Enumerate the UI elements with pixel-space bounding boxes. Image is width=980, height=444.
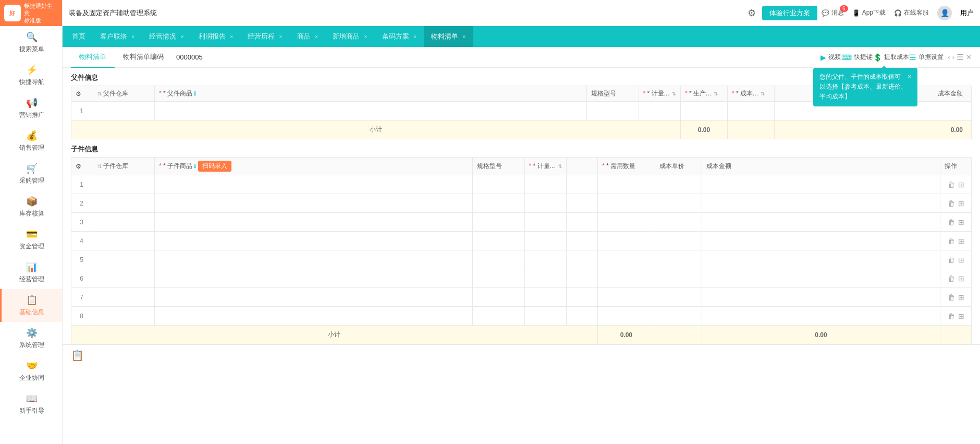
child-spec-cell[interactable]: [472, 288, 524, 307]
sidebar-item-finance[interactable]: 💳 资金管理: [0, 223, 62, 256]
sidebar-item-basic-info[interactable]: 📋 基础信息: [0, 289, 62, 322]
nav-tab-条码方案[interactable]: 条码方案×: [375, 26, 424, 47]
copy-icon[interactable]: ⊞: [958, 274, 964, 283]
delete-icon[interactable]: 🗑: [948, 218, 955, 226]
sidebar-item-guide[interactable]: 📖 新手引导: [0, 388, 62, 421]
nav-tab-close[interactable]: ×: [131, 33, 134, 40]
copy-icon[interactable]: ⊞: [958, 293, 964, 302]
copy-icon[interactable]: ⊞: [958, 256, 964, 264]
child-warehouse-cell[interactable]: [92, 288, 155, 307]
child-needed-cell[interactable]: [597, 194, 655, 213]
delete-icon[interactable]: 🗑: [948, 256, 955, 264]
parent-cost-cell[interactable]: [727, 102, 774, 121]
parent-th-product[interactable]: * * 父件商品 ℹ: [155, 86, 587, 102]
sidebar-item-quick-nav[interactable]: ⚡ 快捷导航: [0, 59, 62, 92]
child-needed-cell[interactable]: [597, 175, 655, 194]
nav-tab-经营情况[interactable]: 经营情况×: [142, 26, 191, 47]
sidebar-item-search[interactable]: 🔍 搜索菜单: [0, 26, 62, 59]
nav-tab-经营历程[interactable]: 经营历程×: [240, 26, 289, 47]
child-needed-cell[interactable]: [597, 288, 655, 307]
child-unitprice-cell[interactable]: [655, 194, 702, 213]
parent-th-unit[interactable]: * * 计量... ⇅: [639, 86, 680, 102]
sidebar-item-enterprise[interactable]: 🤝 企业协同: [0, 355, 62, 388]
sidebar-item-operations[interactable]: 📊 经营管理: [0, 256, 62, 289]
nav-tab-利润报告[interactable]: 利润报告×: [191, 26, 240, 47]
child-th-warehouse[interactable]: ⇅ 子件仓库: [92, 158, 155, 175]
child-unit-cell[interactable]: [524, 250, 566, 269]
child-amount-cell[interactable]: [702, 175, 940, 194]
child-amount-cell[interactable]: [702, 194, 940, 213]
nav-prev-icon[interactable]: ‹: [948, 53, 950, 61]
delete-icon[interactable]: 🗑: [948, 181, 955, 189]
parent-th-gear[interactable]: ⚙: [71, 86, 92, 102]
copy-icon[interactable]: ⊞: [958, 312, 964, 320]
child-unit-cell[interactable]: [524, 213, 566, 232]
child-th-unitprice[interactable]: 成本单价: [655, 158, 702, 175]
message-item[interactable]: 💬 消息 6: [822, 8, 844, 17]
delete-icon[interactable]: 🗑: [948, 312, 955, 320]
parent-th-prod[interactable]: * * 生产... ⇅: [680, 86, 727, 102]
child-unitprice-cell[interactable]: [655, 269, 702, 288]
child-th-needed[interactable]: * * 需用数量: [597, 158, 655, 175]
child-spec-cell[interactable]: [472, 269, 524, 288]
copy-icon[interactable]: ⊞: [958, 237, 964, 245]
child-needed-cell[interactable]: [597, 307, 655, 326]
child-needed-cell[interactable]: [597, 213, 655, 232]
delete-icon[interactable]: 🗑: [948, 293, 955, 302]
delete-icon[interactable]: 🗑: [948, 199, 955, 208]
sidebar-item-marketing[interactable]: 📢 营销推广: [0, 92, 62, 125]
parent-th-cost[interactable]: * * 成本... ⇅: [727, 86, 774, 102]
child-product-cell[interactable]: [155, 213, 473, 232]
child-th-unit[interactable]: * * 计量... ⇅: [524, 158, 566, 175]
sidebar-item-inventory[interactable]: 📦 库存核算: [0, 190, 62, 223]
child-spec-cell[interactable]: [472, 175, 524, 194]
nav-tab-新增商品[interactable]: 新增商品×: [325, 26, 374, 47]
child-amount-cell[interactable]: [702, 250, 940, 269]
sidebar-item-system[interactable]: ⚙️ 系统管理: [0, 322, 62, 355]
sub-tab-code[interactable]: 物料清单编码: [115, 47, 172, 68]
child-unitprice-cell[interactable]: [655, 213, 702, 232]
delete-icon[interactable]: 🗑: [948, 274, 955, 283]
nav-tab-商品[interactable]: 商品×: [290, 26, 325, 47]
user-avatar[interactable]: 👤: [937, 6, 952, 20]
child-warehouse-cell[interactable]: [92, 269, 155, 288]
child-spec-cell[interactable]: [472, 250, 524, 269]
copy-icon[interactable]: ⊞: [958, 199, 964, 208]
child-warehouse-cell[interactable]: [92, 232, 155, 250]
app-download-item[interactable]: 📱 App下载: [852, 8, 886, 17]
child-spec-cell[interactable]: [472, 307, 524, 326]
toolbar-view[interactable]: ▶ 视频: [820, 53, 841, 62]
child-product-cell[interactable]: [155, 194, 473, 213]
child-unit-cell[interactable]: [524, 288, 566, 307]
child-amount-cell[interactable]: [702, 288, 940, 307]
child-amount-cell[interactable]: [702, 307, 940, 326]
nav-tab-close[interactable]: ×: [315, 33, 318, 40]
toolbar-single-settings[interactable]: ☰ 单据设置: [910, 53, 944, 62]
child-amount-cell[interactable]: [702, 213, 940, 232]
copy-icon[interactable]: ⊞: [958, 181, 964, 189]
child-product-cell[interactable]: [155, 307, 473, 326]
copy-icon[interactable]: ⊞: [958, 218, 964, 226]
child-product-cell[interactable]: [155, 175, 473, 194]
child-unitprice-cell[interactable]: [655, 288, 702, 307]
child-th-product[interactable]: * * 子件商品 ℹ 扫码录入: [155, 158, 473, 175]
parent-product-cell[interactable]: [155, 102, 587, 121]
table-view-icon[interactable]: ☰: [957, 52, 964, 62]
nav-tab-close[interactable]: ×: [364, 33, 367, 40]
child-warehouse-cell[interactable]: [92, 307, 155, 326]
settings-icon[interactable]: ⚙: [748, 7, 756, 19]
nav-tab-close[interactable]: ×: [279, 33, 282, 40]
child-th-spec[interactable]: 规格型号: [472, 158, 524, 175]
child-needed-cell[interactable]: [597, 250, 655, 269]
child-needed-cell[interactable]: [597, 232, 655, 250]
child-unitprice-cell[interactable]: [655, 307, 702, 326]
parent-spec-cell[interactable]: [586, 102, 639, 121]
child-unit-cell[interactable]: [524, 175, 566, 194]
trial-btn[interactable]: 体验行业方案: [762, 6, 817, 20]
child-product-cell[interactable]: [155, 269, 473, 288]
parent-th-spec[interactable]: 规格型号: [586, 86, 639, 102]
child-spec-cell[interactable]: [472, 194, 524, 213]
child-amount-cell[interactable]: [702, 269, 940, 288]
parent-warehouse-cell[interactable]: [92, 102, 155, 121]
child-spec-cell[interactable]: [472, 232, 524, 250]
